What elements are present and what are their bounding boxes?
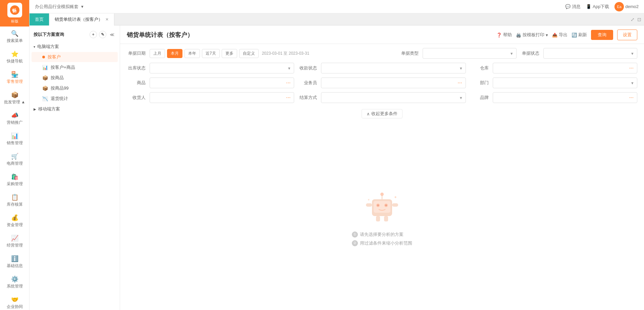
settings-btn[interactable]: 设置: [617, 30, 637, 40]
left-panel-actions: + ✎ ≪: [90, 31, 116, 38]
collapse-panel-btn[interactable]: ≪: [108, 31, 116, 38]
svg-rect-10: [366, 203, 372, 207]
product-input[interactable]: ···: [150, 78, 294, 88]
sidebar-item-sales-label: 销售管理: [7, 140, 23, 146]
svg-point-6: [377, 205, 379, 206]
print-arrow: ▾: [546, 33, 548, 38]
sidebar-item-quicknav[interactable]: ⭐ 快捷导航: [0, 47, 29, 67]
date-btn-last-month[interactable]: 上月: [150, 49, 165, 58]
scheme-item-return-stats[interactable]: 📉 退货统计: [32, 94, 118, 104]
consignee-input[interactable]: ···: [150, 92, 294, 103]
scheme-item-by-customer-product[interactable]: 📊 按客户+商品: [32, 62, 118, 72]
refresh-label: 刷新: [578, 32, 587, 38]
export-btn[interactable]: 📤 导出: [552, 32, 568, 38]
left-panel-title: 按以下方案查询: [34, 32, 64, 38]
user-profile-btn[interactable]: Ea demo2: [614, 2, 639, 11]
out-status-arrow: ▾: [288, 66, 290, 71]
scheme-item-by-customer-product-label: 按客户+商品: [51, 64, 75, 70]
tab-maximize-btn[interactable]: ⤢: [631, 17, 635, 22]
tab-close-icon[interactable]: ✕: [105, 17, 109, 22]
warehouse-input[interactable]: ···: [493, 63, 637, 73]
print-btn[interactable]: 🖨️ 按模板打印 ▾: [516, 32, 548, 38]
sidebar-item-purchase-label: 采购管理: [7, 181, 23, 187]
mobile-group-label: 移动端方案: [38, 106, 60, 112]
warehouse-label: 仓库: [470, 65, 489, 71]
sidebar-item-finance-label: 资金管理: [7, 222, 23, 228]
report-tab-label: 销货单统计表（按客户）: [55, 16, 103, 22]
sidebar-item-search[interactable]: 🔍 搜索菜单: [0, 27, 29, 47]
empty-tips: ① 请先选择要分析的方案 ② 用过滤条件来缩小分析范围: [352, 231, 412, 249]
app-download-btn[interactable]: 📱 App下载: [586, 4, 609, 10]
salesperson-label: 业务员: [298, 80, 317, 86]
app-title-arrow[interactable]: ▾: [81, 4, 84, 9]
empty-tip-1: ① 请先选择要分析的方案: [352, 231, 412, 238]
sidebar-item-marketing-label: 营销推广: [7, 120, 23, 125]
department-select[interactable]: ▾: [493, 78, 637, 88]
salesperson-input[interactable]: ···: [321, 78, 466, 88]
date-btn-this-year[interactable]: 本年: [184, 49, 200, 58]
sidebar-item-ecommerce[interactable]: 🛒 电商管理: [0, 149, 29, 170]
message-btn[interactable]: 💬 消息: [565, 4, 581, 10]
settlement-label: 结算方式: [298, 95, 317, 101]
scheme-item-by-product-label: 按商品: [51, 75, 64, 81]
date-btn-more[interactable]: 更多: [222, 49, 237, 58]
out-status-select[interactable]: ▾: [150, 63, 294, 73]
purchase-icon: 🛍️: [11, 173, 18, 180]
warehouse-dots-btn[interactable]: ···: [629, 65, 634, 71]
settlement-select[interactable]: ▾: [321, 92, 466, 103]
finance-icon: 💰: [11, 214, 18, 221]
filter-row-3: 商品 ··· 业务员 ··· 部门 ▾: [127, 78, 637, 88]
svg-rect-3: [374, 201, 390, 213]
sidebar-item-enterprise[interactable]: 🤝 企业协同: [0, 293, 29, 310]
date-btn-custom[interactable]: 自定义: [239, 49, 259, 58]
sidebar-item-retail[interactable]: 🏪 零售管理: [0, 67, 29, 88]
edit-scheme-btn[interactable]: ✎: [99, 31, 106, 38]
sidebar-item-system-label: 系统管理: [7, 283, 23, 289]
sidebar-item-system[interactable]: ⚙️ 系统管理: [0, 272, 29, 293]
tab-home[interactable]: 首页: [30, 13, 49, 25]
sidebar-item-inventory[interactable]: 📋 库存核算: [0, 190, 29, 211]
doc-type-label: 单据类型: [400, 50, 419, 56]
scheme-item-by-customer[interactable]: 按客户: [32, 52, 118, 62]
help-btn[interactable]: ❓ 帮助: [496, 32, 512, 38]
sidebar-item-marketing[interactable]: 📣 营销推广: [0, 108, 29, 129]
page-actions: ❓ 帮助 🖨️ 按模板打印 ▾ 📤 导出 �: [496, 30, 637, 40]
add-scheme-btn[interactable]: +: [90, 31, 97, 38]
enterprise-icon: 🤝: [11, 296, 18, 303]
sidebar-item-purchase[interactable]: 🛍️ 采购管理: [0, 170, 29, 190]
sidebar-item-sales[interactable]: 📊 销售管理: [0, 129, 29, 149]
scheme-item-by-customer-label: 按客户: [48, 54, 61, 60]
date-label: 单据日期: [127, 50, 146, 56]
scheme-item-by-product[interactable]: 📦 按商品: [32, 73, 118, 83]
doc-type-arrow: ▾: [511, 51, 513, 56]
scheme-product-icon: 📦: [42, 75, 48, 81]
page-title-row: 销货单统计表（按客户） ❓ 帮助 🖨️ 按模板打印 ▾ 📤: [127, 30, 637, 40]
date-btn-this-month[interactable]: 本月: [167, 49, 182, 58]
product-dots-btn[interactable]: ···: [286, 80, 290, 86]
sidebar-item-wholesale[interactable]: 📦 批发管理 ▲: [0, 88, 29, 108]
refresh-btn[interactable]: 🔄 刷新: [572, 32, 587, 38]
scheme-item-by-product99[interactable]: 📦 按商品99: [32, 83, 118, 93]
desktop-scheme-group-header[interactable]: ▾ 电脑端方案: [30, 42, 120, 52]
collapse-filter-btn[interactable]: ∧ 收起更多条件: [362, 109, 402, 118]
date-btn-7days[interactable]: 近7天: [202, 49, 220, 58]
logo-area[interactable]: 畅 标版: [0, 0, 29, 27]
doc-status-select[interactable]: ▾: [543, 48, 637, 59]
empty-illustration: ✦ ✦: [362, 186, 402, 226]
receipt-status-select[interactable]: ▾: [321, 63, 466, 73]
scheme-return-icon: 📉: [42, 96, 48, 101]
sidebar-item-retail-label: 零售管理: [7, 79, 23, 85]
sidebar-item-finance[interactable]: 💰 资金管理: [0, 211, 29, 231]
query-btn[interactable]: 查询: [591, 30, 613, 40]
brand-input[interactable]: ···: [493, 92, 637, 103]
sidebar-item-operations[interactable]: 📈 经营管理: [0, 231, 29, 252]
mobile-scheme-group-header[interactable]: ▶ 移动端方案: [34, 106, 116, 112]
tab-restore-btn[interactable]: ⊡: [637, 17, 641, 22]
sidebar-item-wholesale-label: 批发管理 ▲: [4, 99, 25, 105]
consignee-dots-btn[interactable]: ···: [286, 95, 290, 101]
sidebar-item-basic[interactable]: ℹ️ 基础信息: [0, 252, 29, 272]
salesperson-dots-btn[interactable]: ···: [458, 80, 462, 86]
brand-dots-btn[interactable]: ···: [629, 95, 634, 101]
doc-type-select[interactable]: ▾: [423, 48, 517, 59]
tab-report[interactable]: 销货单统计表（按客户） ✕: [49, 13, 114, 25]
